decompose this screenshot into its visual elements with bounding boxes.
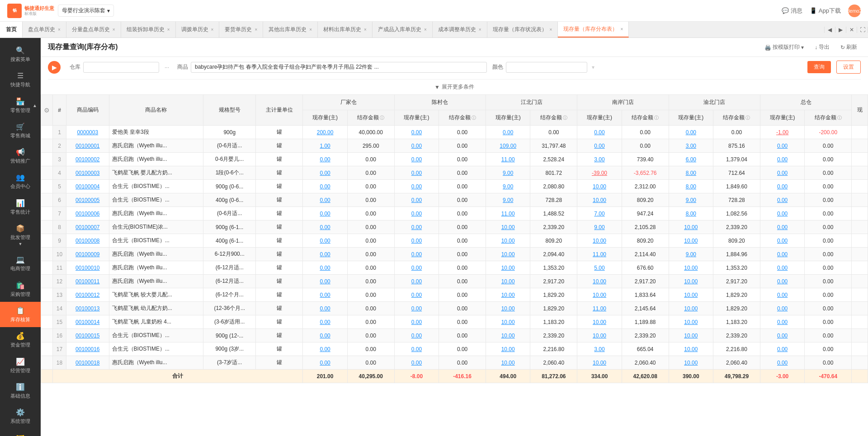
- td-code[interactable]: 00100007: [66, 220, 109, 234]
- td-t-qty[interactable]: 0.00: [760, 180, 804, 193]
- td-j-qty[interactable]: 10.00: [486, 342, 530, 356]
- td-f-qty[interactable]: 0.00: [303, 261, 347, 275]
- td-j-qty[interactable]: 10.00: [486, 234, 530, 248]
- t-amt-info-icon[interactable]: ⓘ: [837, 115, 842, 120]
- td-code[interactable]: 0000003: [66, 126, 109, 139]
- tab-close-7[interactable]: ×: [364, 27, 367, 32]
- td-y-qty[interactable]: 8.00: [669, 207, 713, 220]
- tab-home[interactable]: 首页: [0, 22, 23, 38]
- td-n-qty[interactable]: 10.00: [577, 315, 622, 329]
- td-j-qty[interactable]: 11.00: [486, 153, 530, 166]
- tab-expand-btn[interactable]: ⛶: [857, 27, 868, 33]
- td-c-qty[interactable]: 0.00: [394, 220, 439, 234]
- tab-3[interactable]: 组装拆卸单历史×: [121, 22, 176, 38]
- td-code[interactable]: 00100006: [66, 207, 109, 220]
- c-amt-info-icon[interactable]: ⓘ: [472, 115, 476, 120]
- td-code[interactable]: 00100008: [66, 234, 109, 248]
- td-f-qty[interactable]: 0.00: [303, 193, 347, 207]
- tab-close-1[interactable]: ×: [58, 27, 61, 32]
- tab-close-5[interactable]: ×: [255, 27, 257, 32]
- sidebar-item-retail-stats[interactable]: 📊 零售统计: [0, 194, 41, 220]
- tab-1[interactable]: 盘点单历史×: [23, 22, 66, 38]
- sidebar-item-retail-mgmt[interactable]: 🏪 零售管理 ▲: [0, 93, 41, 118]
- tab-close-8[interactable]: ×: [424, 27, 427, 32]
- warehouse-dots-btn[interactable]: ···: [162, 63, 172, 71]
- export-btn[interactable]: ↓ 导出: [811, 42, 833, 53]
- tab-8[interactable]: 产成品入库单历史×: [373, 22, 433, 38]
- td-t-qty[interactable]: 0.00: [760, 261, 804, 275]
- td-n-qty[interactable]: 3.00: [577, 153, 622, 166]
- td-n-qty[interactable]: 10.00: [577, 275, 622, 288]
- tab-close-all-btn[interactable]: ✕: [846, 27, 857, 33]
- td-n-qty[interactable]: 0.00: [577, 139, 622, 153]
- td-c-qty[interactable]: 0.00: [394, 356, 439, 370]
- color-input[interactable]: [506, 62, 587, 73]
- td-f-qty[interactable]: 200.00: [303, 126, 347, 139]
- print-btn[interactable]: 🖨️ 按模版打印 ▾: [761, 42, 807, 53]
- goods-input[interactable]: [191, 62, 487, 73]
- gear-icon[interactable]: ⚙: [44, 107, 50, 114]
- td-c-qty[interactable]: 0.00: [394, 342, 439, 356]
- tab-next-btn[interactable]: ▶: [835, 27, 846, 33]
- td-f-qty[interactable]: 0.00: [303, 356, 347, 370]
- td-code[interactable]: 00100012: [66, 288, 109, 302]
- td-t-qty[interactable]: 0.00: [760, 193, 804, 207]
- tab-2[interactable]: 分量盘点单历史×: [66, 22, 121, 38]
- n-amt-info-icon[interactable]: ⓘ: [654, 115, 659, 120]
- td-code[interactable]: 00100005: [66, 193, 109, 207]
- td-j-qty[interactable]: 10.00: [486, 220, 530, 234]
- td-t-qty[interactable]: 0.00: [760, 139, 804, 153]
- td-n-qty[interactable]: 5.00: [577, 261, 622, 275]
- td-c-qty[interactable]: 0.00: [394, 288, 439, 302]
- td-c-qty[interactable]: 0.00: [394, 275, 439, 288]
- td-code[interactable]: 00100018: [66, 356, 109, 370]
- td-y-qty[interactable]: 0.00: [669, 126, 713, 139]
- td-y-qty[interactable]: 9.00: [669, 248, 713, 261]
- td-f-qty[interactable]: 0.00: [303, 248, 347, 261]
- td-n-qty[interactable]: 11.00: [577, 248, 622, 261]
- tab-close-9[interactable]: ×: [479, 27, 481, 32]
- sidebar-item-inventory[interactable]: 📋 库存核算: [0, 302, 41, 327]
- sidebar-item-wholesale[interactable]: 📦 批发管理 ▼: [0, 220, 41, 251]
- td-y-qty[interactable]: 10.00: [669, 220, 713, 234]
- td-y-qty[interactable]: 6.00: [669, 153, 713, 166]
- td-code[interactable]: 00100014: [66, 315, 109, 329]
- td-y-qty[interactable]: 8.00: [669, 166, 713, 180]
- td-code[interactable]: 00100001: [66, 139, 109, 153]
- td-t-qty[interactable]: 0.00: [760, 275, 804, 288]
- td-y-qty[interactable]: 3.00: [669, 139, 713, 153]
- td-n-qty[interactable]: 10.00: [577, 329, 622, 342]
- td-t-qty[interactable]: 0.00: [760, 220, 804, 234]
- td-c-qty[interactable]: 0.00: [394, 261, 439, 275]
- sidebar-item-member[interactable]: 👥 会员中心: [0, 169, 41, 194]
- td-f-qty[interactable]: 0.00: [303, 166, 347, 180]
- query-btn[interactable]: 查询: [807, 61, 831, 73]
- sidebar-item-retail-mall[interactable]: 🛒 零售商城: [0, 118, 41, 143]
- td-code[interactable]: 00100010: [66, 261, 109, 275]
- tab-11[interactable]: 现存量（库存分布表）×: [558, 22, 629, 38]
- td-n-qty[interactable]: 10.00: [577, 193, 622, 207]
- sidebar-item-ecommerce[interactable]: 💻 电商管理: [0, 251, 41, 276]
- td-c-qty[interactable]: 0.00: [394, 180, 439, 193]
- tab-close-10[interactable]: ×: [550, 27, 552, 32]
- td-y-qty[interactable]: 10.00: [669, 234, 713, 248]
- td-f-qty[interactable]: 0.00: [303, 275, 347, 288]
- td-c-qty[interactable]: 0.00: [394, 139, 439, 153]
- td-c-qty[interactable]: 0.00: [394, 248, 439, 261]
- f-amt-info-icon[interactable]: ⓘ: [380, 115, 384, 120]
- td-y-qty[interactable]: 10.00: [669, 315, 713, 329]
- td-n-qty[interactable]: 10.00: [577, 234, 622, 248]
- td-j-qty[interactable]: 109.00: [486, 139, 530, 153]
- td-c-qty[interactable]: 0.00: [394, 234, 439, 248]
- td-c-qty[interactable]: 0.00: [394, 153, 439, 166]
- td-f-qty[interactable]: 0.00: [303, 288, 347, 302]
- tab-9[interactable]: 成本调整单历史×: [433, 22, 487, 38]
- td-y-qty[interactable]: 9.00: [669, 193, 713, 207]
- td-n-qty[interactable]: 7.00: [577, 207, 622, 220]
- tab-close-6[interactable]: ×: [309, 27, 312, 32]
- td-j-qty[interactable]: 11.00: [486, 207, 530, 220]
- td-f-qty[interactable]: 0.00: [303, 234, 347, 248]
- td-n-qty[interactable]: 10.00: [577, 288, 622, 302]
- td-t-qty[interactable]: 0.00: [760, 342, 804, 356]
- td-n-qty[interactable]: 9.00: [577, 220, 622, 234]
